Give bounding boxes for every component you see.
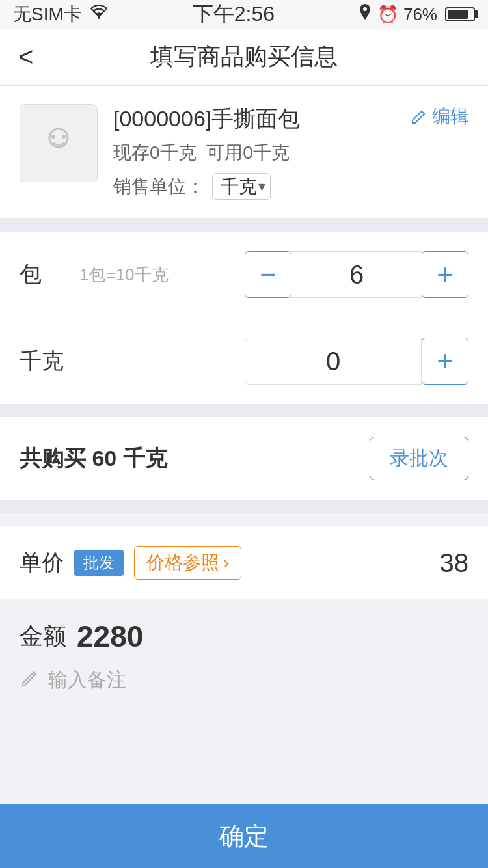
nav-bar: < 填写商品购买信息 [0,29,488,86]
product-info: [0000006]手撕面包 编辑 现存0千克 可用0千克 销售单位： 千克 [113,104,468,200]
price-ref-button[interactable]: 价格参照 › [134,546,241,580]
amount-value: 2280 [77,619,143,654]
edit-button[interactable]: 编辑 [410,104,468,129]
back-button[interactable]: < [18,42,33,72]
product-stock: 现存0千克 可用0千克 [113,141,468,165]
remark-row[interactable]: 输入备注 [20,667,468,694]
bao-row: 包 1包=10千克 − + [20,232,468,318]
unit-select[interactable]: 千克 [212,173,271,200]
bao-controls: − + [245,251,468,298]
amount-row: 金额 2280 [20,619,468,654]
kg-plus-button[interactable]: + [422,338,468,385]
product-name: [0000006]手撕面包 [113,104,300,134]
bao-plus-button[interactable]: + [422,251,468,298]
svg-point-3 [62,135,66,139]
bao-hint: 1包=10千克 [79,264,245,286]
status-right: ⏰ 76% [358,4,475,25]
page-title: 填写商品购买信息 [150,41,338,73]
product-unit-row: 销售单位： 千克 [113,173,468,200]
confirm-button[interactable]: 确定 [0,804,488,868]
product-card: [0000006]手撕面包 编辑 现存0千克 可用0千克 销售单位： 千克 [0,86,488,219]
battery-text: 76% [403,5,437,25]
section-divider-1 [0,219,488,232]
price-label: 单价 [20,548,64,578]
status-left: 无SIM卡 [13,2,109,27]
section-divider-3 [0,500,488,513]
status-bar: 无SIM卡 下午2:56 ⏰ 76% [0,0,488,29]
summary-text: 共购买 60 千克 [20,444,167,474]
unit-select-wrap[interactable]: 千克 [212,173,271,200]
quantity-section: 包 1包=10千克 − + 千克 + [0,232,488,404]
kg-row: 千克 + [20,318,468,404]
bao-quantity-input[interactable] [291,251,422,298]
price-value: 38 [440,549,469,578]
status-time: 下午2:56 [193,0,275,29]
amount-section: 金额 2280 输入备注 [0,599,488,707]
alarm-icon: ⏰ [377,5,398,25]
amount-label: 金额 [20,621,66,653]
carrier-text: 无SIM卡 [13,2,82,27]
summary-section: 共购买 60 千克 录批次 [0,417,488,500]
svg-point-2 [51,135,55,139]
summary-row: 共购买 60 千克 录批次 [20,417,468,500]
kg-quantity-input[interactable] [245,338,422,385]
location-icon [358,4,372,25]
price-section: 单价 批发 价格参照 › 38 [0,526,488,599]
svg-point-0 [98,16,100,19]
price-type-tag: 批发 [74,550,124,576]
pencil-icon [20,668,40,693]
wifi-icon [88,4,109,25]
price-row: 单价 批发 价格参照 › 38 [20,546,468,580]
batch-button[interactable]: 录批次 [370,437,468,480]
kg-label: 千克 [20,346,72,376]
bao-minus-button[interactable]: − [245,251,291,298]
product-image [20,104,98,182]
kg-controls: + [245,338,468,385]
bao-label: 包 [20,260,72,290]
section-divider-2 [0,404,488,417]
battery-icon [445,7,475,21]
remark-label: 输入备注 [48,667,126,694]
